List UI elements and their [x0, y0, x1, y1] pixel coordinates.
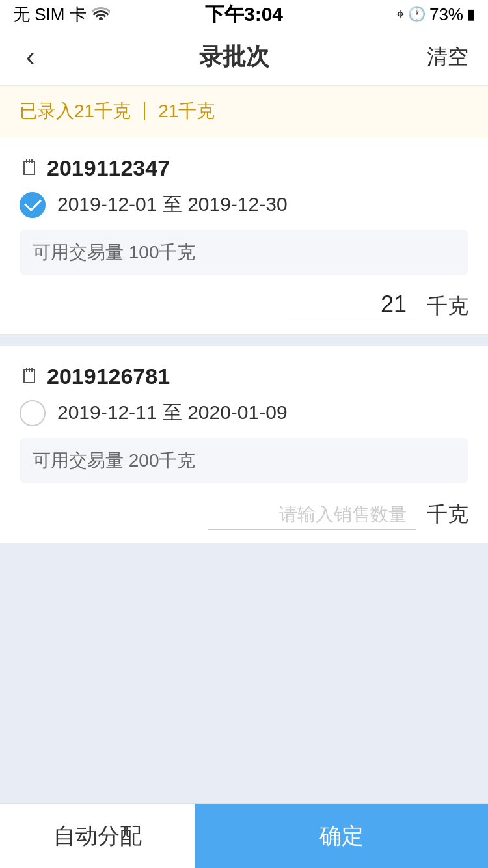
qty-input-2[interactable] — [208, 499, 416, 526]
banner-divider — [144, 102, 145, 120]
section-divider — [0, 335, 488, 346]
qty-input-row-2: 千克 — [0, 483, 488, 543]
batch-id-text-2: 2019126781 — [47, 364, 170, 389]
confirm-button[interactable]: 确定 — [195, 804, 488, 868]
status-right: ⌖ 🕐 73% ▮ — [396, 5, 475, 25]
wifi-icon — [92, 5, 110, 25]
batch-id-row-2: 🗒 2019126781 — [20, 364, 468, 389]
battery-icon: ▮ — [467, 6, 475, 23]
clear-button[interactable]: 清空 — [427, 43, 468, 72]
batch-date-text-2: 2019-12-11 至 2020-01-09 — [57, 400, 288, 426]
back-button[interactable]: ‹ — [20, 36, 41, 78]
footer: 自动分配 确定 — [0, 803, 488, 868]
batch-doc-icon-2: 🗒 — [20, 364, 40, 388]
battery-text: 73% — [429, 5, 463, 25]
batch-date-row-2[interactable]: 2019-12-11 至 2020-01-09 — [20, 400, 468, 426]
alarm-icon: 🕐 — [408, 6, 426, 23]
available-qty-2: 可用交易量 200千克 — [20, 438, 468, 483]
auto-distribute-button[interactable]: 自动分配 — [0, 804, 195, 868]
location-icon: ⌖ — [396, 6, 404, 23]
empty-area — [0, 543, 488, 830]
status-time: 下午3:04 — [205, 1, 283, 28]
batch-id-text-1: 2019112347 — [47, 156, 170, 181]
page-title: 录批次 — [199, 41, 269, 73]
nav-bar: ‹ 录批次 清空 — [0, 29, 488, 86]
radio-selected-1[interactable] — [20, 192, 46, 218]
qty-input-row-1: 千克 — [0, 275, 488, 335]
qty-underline-2 — [208, 499, 416, 530]
radio-unselected-2[interactable] — [20, 400, 46, 426]
batch-date-text-1: 2019-12-01 至 2019-12-30 — [57, 191, 288, 218]
status-bar: 无 SIM 卡 下午3:04 ⌖ 🕐 73% ▮ — [0, 0, 488, 29]
recorded-amount: 已录入21千克 — [20, 99, 131, 124]
carrier-text: 无 SIM 卡 — [13, 3, 87, 26]
batch-card-2: 🗒 2019126781 2019-12-11 至 2020-01-09 可用交… — [0, 346, 488, 543]
qty-input-1[interactable] — [286, 291, 416, 318]
available-qty-1: 可用交易量 100千克 — [20, 230, 468, 275]
info-banner: 已录入21千克 21千克 — [0, 86, 488, 137]
batch-id-row-1: 🗒 2019112347 — [20, 156, 468, 181]
batch-date-row-1[interactable]: 2019-12-01 至 2019-12-30 — [20, 191, 468, 218]
qty-underline-1 — [286, 291, 416, 321]
batch-doc-icon-1: 🗒 — [20, 156, 40, 180]
status-left: 无 SIM 卡 — [13, 3, 110, 26]
qty-unit-1: 千克 — [427, 292, 468, 321]
total-amount: 21千克 — [158, 99, 215, 124]
qty-unit-2: 千克 — [427, 500, 468, 529]
batch-card-1: 🗒 2019112347 2019-12-01 至 2019-12-30 可用交… — [0, 137, 488, 335]
